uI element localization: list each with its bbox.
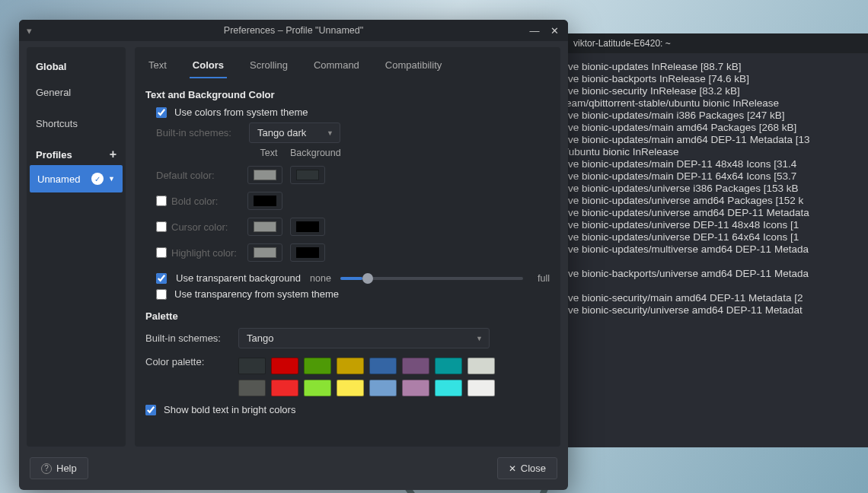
add-profile-button[interactable]: + [110,148,116,161]
tab-compatibility[interactable]: Compatibility [382,55,445,78]
chevron-down-icon: ▼ [476,335,483,342]
palette-color-9[interactable] [271,380,298,396]
minimize-button[interactable]: — [527,23,542,38]
checkbox-bold-color[interactable] [156,196,167,206]
preferences-title: Preferences – Profile "Unnamed" [224,25,363,36]
cursor-bg-color[interactable] [290,218,325,236]
close-window-button[interactable]: ✕ [547,23,562,38]
checkbox-use-system-colors[interactable] [156,107,167,118]
default-text-color[interactable] [247,166,282,184]
transparency-slider[interactable] [340,277,523,280]
palette-color-12[interactable] [369,380,397,396]
palette-color-6[interactable] [435,358,462,374]
row-use-system-colors: Use colors from system theme [156,107,550,118]
window-menu-icon[interactable]: ▾ [27,25,37,36]
palette-color-14[interactable] [435,380,462,396]
sidebar-heading-global: Global [27,52,126,77]
close-icon: ✕ [509,463,516,474]
highlight-text-color[interactable] [247,243,282,262]
sidebar-item-profile-unnamed[interactable]: Unnamed ✓ ▼ [30,165,123,192]
tab-text[interactable]: Text [145,55,170,78]
sidebar-item-shortcuts[interactable]: Shortcuts [27,108,126,139]
tab-command[interactable]: Command [311,55,362,78]
palette-color-13[interactable] [402,380,429,396]
palette-color-2[interactable] [304,358,331,374]
tab-scrolling[interactable]: Scrolling [247,55,291,78]
palette-color-11[interactable] [337,380,364,396]
palette-color-1[interactable] [271,358,298,374]
palette-color-8[interactable] [238,380,266,396]
section-palette: Palette [145,310,550,322]
bold-text-color[interactable] [247,192,282,210]
preferences-titlebar[interactable]: ▾ Preferences – Profile "Unnamed" — ✕ [19,20,568,41]
checkbox-bold-bright[interactable] [145,405,156,415]
tab-colors[interactable]: Colors [190,55,227,78]
checkbox-highlight-color[interactable] [156,247,167,258]
terminal-body: ive bionic-updates InRelease [88.7 kB] i… [566,53,868,316]
row-bold-bright: Show bold text in bright colors [145,404,550,415]
palette-color-0[interactable] [238,358,266,374]
help-icon: ? [41,463,52,474]
terminal-title: viktor-Latitude-E6420: ~ [573,37,671,49]
row-transparent-bg: Use transparent background none full [156,272,550,284]
row-builtin-scheme: Built-in schemes: Tango dark ▼ [156,122,550,143]
combo-builtin-scheme[interactable]: Tango dark ▼ [249,122,340,143]
terminal-titlebar: viktor-Latitude-E6420: ~ [566,33,868,53]
close-button[interactable]: ✕ Close [497,457,557,479]
sidebar-heading-profiles: Profiles + [27,139,126,165]
palette-color-10[interactable] [304,380,331,396]
terminal-window: viktor-Latitude-E6420: ~ ive bionic-upda… [566,33,868,447]
checkbox-transp-theme[interactable] [156,289,167,300]
palette-color-5[interactable] [402,358,429,374]
palette-grid [238,358,495,396]
highlight-bg-color[interactable] [290,243,325,262]
cursor-text-color[interactable] [247,218,282,236]
chevron-down-icon[interactable]: ▼ [108,175,115,183]
preferences-sidebar: Global General Shortcuts Profiles + Unna… [27,47,126,447]
preferences-tabs: Text Colors Scrolling Command Compatibil… [145,55,550,78]
preferences-footer: ? Help ✕ Close [19,447,568,490]
default-bg-color[interactable] [290,166,325,184]
color-grid: Text Background Default color: Bold colo… [156,148,550,262]
default-profile-icon: ✓ [91,173,104,185]
checkbox-transparent-bg[interactable] [156,273,167,284]
section-text-bg: Text and Background Color [145,89,550,100]
colhead-bg: Background [290,148,336,158]
sidebar-item-general[interactable]: General [27,77,126,108]
row-transp-theme: Use transparency from system theme [156,288,550,300]
preferences-window: ▾ Preferences – Profile "Unnamed" — ✕ Gl… [19,20,568,490]
palette-color-7[interactable] [468,358,495,374]
colhead-text: Text [247,148,290,158]
preferences-main: Text Colors Scrolling Command Compatibil… [135,47,560,447]
help-button[interactable]: ? Help [30,457,88,479]
palette-color-15[interactable] [468,380,495,396]
row-palette-scheme: Built-in schemes: Tango ▼ [145,328,550,348]
palette-color-3[interactable] [337,358,364,374]
combo-palette-scheme[interactable]: Tango ▼ [238,328,490,348]
palette-color-4[interactable] [369,358,397,374]
checkbox-cursor-color[interactable] [156,221,167,232]
chevron-down-icon: ▼ [327,129,333,137]
row-palette: Color palette: [145,353,550,396]
